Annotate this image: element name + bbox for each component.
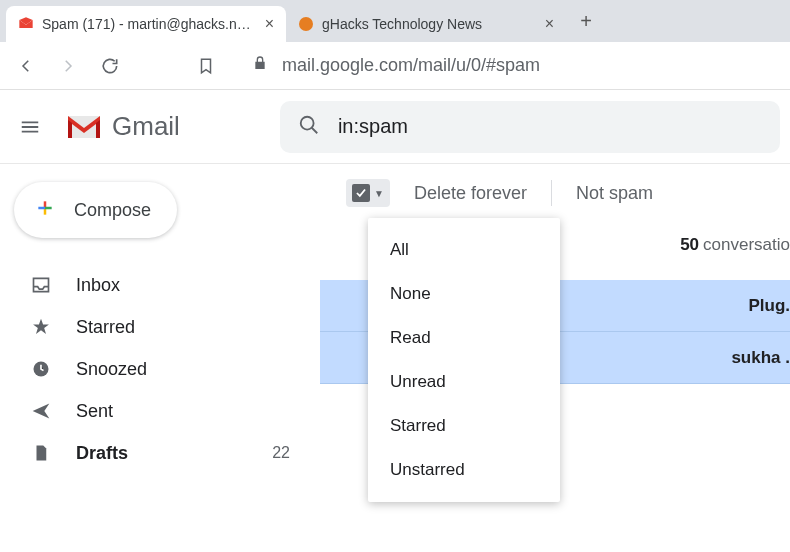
delete-forever-button[interactable]: Delete forever <box>414 183 527 204</box>
new-tab-button[interactable]: + <box>572 7 600 35</box>
url-text: mail.google.com/mail/u/0/#spam <box>282 55 540 76</box>
search-box[interactable] <box>280 101 780 153</box>
gmail-logo[interactable]: Gmail <box>64 111 180 142</box>
sidebar-item-starred[interactable]: Starred <box>14 306 308 348</box>
chevron-down-icon: ▼ <box>374 188 384 199</box>
sidebar: Compose Inbox Starred Snoozed Sent Draft… <box>0 164 320 552</box>
folder-nav: Inbox Starred Snoozed Sent Drafts 22 <box>14 264 308 474</box>
conversation-count: 50 <box>680 235 699 255</box>
sidebar-item-label: Inbox <box>76 275 120 296</box>
mail-main: ▼ Delete forever Not spam 50 conversatio… <box>320 164 790 552</box>
close-icon[interactable]: × <box>545 15 554 33</box>
mail-toolbar: ▼ Delete forever Not spam <box>320 164 790 222</box>
ghacks-favicon <box>298 16 314 32</box>
compose-button[interactable]: Compose <box>14 182 177 238</box>
inbox-icon <box>30 275 52 295</box>
gmail-icon <box>64 112 104 142</box>
lock-icon <box>252 55 268 76</box>
close-icon[interactable]: × <box>265 15 274 33</box>
select-option-unstarred[interactable]: Unstarred <box>368 448 560 492</box>
plus-icon <box>30 193 60 228</box>
toolbar-divider <box>551 180 552 206</box>
sidebar-item-drafts[interactable]: Drafts 22 <box>14 432 308 474</box>
sidebar-item-label: Drafts <box>76 443 128 464</box>
compose-label: Compose <box>74 200 151 221</box>
main-menu-button[interactable] <box>10 107 50 147</box>
sidebar-item-label: Snoozed <box>76 359 147 380</box>
sidebar-item-snoozed[interactable]: Snoozed <box>14 348 308 390</box>
back-button[interactable] <box>12 52 40 80</box>
browser-tab[interactable]: gHacks Technology News × <box>286 6 566 42</box>
drafts-count: 22 <box>272 444 298 462</box>
sidebar-item-inbox[interactable]: Inbox <box>14 264 308 306</box>
select-option-starred[interactable]: Starred <box>368 404 560 448</box>
select-option-none[interactable]: None <box>368 272 560 316</box>
file-icon <box>30 443 52 463</box>
svg-point-0 <box>299 17 313 31</box>
reload-button[interactable] <box>96 52 124 80</box>
app-name: Gmail <box>112 111 180 142</box>
browser-tab-active[interactable]: Spam (171) - martin@ghacks.net - × <box>6 6 286 42</box>
sidebar-item-label: Starred <box>76 317 135 338</box>
forward-button[interactable] <box>54 52 82 80</box>
sidebar-item-sent[interactable]: Sent <box>14 390 308 432</box>
message-snippet: sukha . <box>731 348 790 368</box>
select-option-unread[interactable]: Unread <box>368 360 560 404</box>
conversation-word: conversatio <box>703 235 790 255</box>
bookmark-icon[interactable] <box>192 52 220 80</box>
star-icon <box>30 317 52 337</box>
search-input[interactable] <box>338 115 762 138</box>
svg-point-1 <box>301 116 314 129</box>
app-header: Gmail <box>0 90 790 164</box>
select-option-read[interactable]: Read <box>368 316 560 360</box>
clock-icon <box>30 359 52 379</box>
checkbox-checked-icon <box>352 184 370 202</box>
gmail-favicon <box>18 16 34 32</box>
browser-tab-title: Spam (171) - martin@ghacks.net - <box>42 16 253 32</box>
not-spam-button[interactable]: Not spam <box>576 183 653 204</box>
select-dropdown-menu: All None Read Unread Starred Unstarred <box>368 218 560 502</box>
browser-tab-strip: Spam (171) - martin@ghacks.net - × gHack… <box>0 0 790 42</box>
select-option-all[interactable]: All <box>368 228 560 272</box>
search-icon <box>298 114 320 140</box>
send-icon <box>30 401 52 421</box>
browser-tab-title: gHacks Technology News <box>322 16 533 32</box>
sidebar-item-label: Sent <box>76 401 113 422</box>
select-all-dropdown[interactable]: ▼ <box>346 179 390 207</box>
browser-toolbar: mail.google.com/mail/u/0/#spam <box>0 42 790 90</box>
address-bar[interactable]: mail.google.com/mail/u/0/#spam <box>234 55 778 76</box>
message-snippet: Plug. <box>748 296 790 316</box>
